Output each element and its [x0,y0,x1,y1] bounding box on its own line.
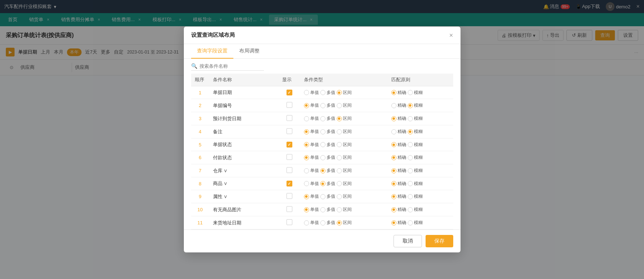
col-header-rule: 匹配原则 [388,74,453,75]
dialog-set-query-layout: 设置查询区域布局 × 查询字段设置 布局调整 🔍 顺序 条件名称 显示 [184,27,461,75]
col-header-name: 条件名称 [209,74,278,75]
search-icon: 🔍 [191,63,197,69]
col-header-type: 条件类型 [300,74,388,75]
col-header-order: 顺序 [191,74,209,75]
dialog-title: 设置查询区域布局 [191,32,235,39]
col-header-show: 显示 [278,74,300,75]
table-header-row: 顺序 条件名称 显示 条件类型 匹配原则 [191,74,453,75]
dialog-tab-query-fields[interactable]: 查询字段设置 [191,44,233,59]
dialog-header: 设置查询区域布局 × [184,27,461,44]
modal-overlay: 设置查询区域布局 × 查询字段设置 布局调整 🔍 顺序 条件名称 显示 [0,0,644,75]
dialog-close-button[interactable]: × [449,32,453,39]
dialog-tab-layout-adjust[interactable]: 布局调整 [233,44,265,59]
dialog-tab-bar: 查询字段设置 布局调整 [184,44,461,59]
dialog-search-area: 🔍 [184,59,461,74]
search-input[interactable] [199,63,258,69]
config-table: 顺序 条件名称 显示 条件类型 匹配原则 1单据日期单值多值区间精确模糊2单据编… [184,74,461,75]
search-box: 🔍 [191,63,264,71]
